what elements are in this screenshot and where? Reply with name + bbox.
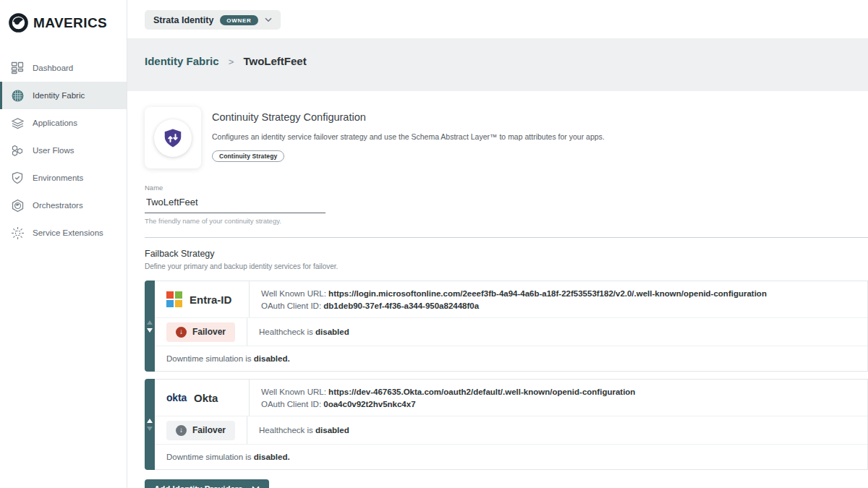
maverics-logo-icon — [9, 13, 28, 33]
healthcheck-value: disabled — [315, 426, 349, 435]
sidebar-item-dashboard[interactable]: Dashboard — [0, 54, 127, 82]
well-known-url-value: https://dev-467635.Okta.com/oauth2/defau… — [328, 388, 635, 396]
owner-role-badge: OWNER — [220, 15, 258, 25]
identity-provider-card: Entra-ID Well Known URL: https://login.m… — [145, 281, 868, 372]
oauth-client-id-line: OAuth Client ID: 0oa4c0v92t2hv5nkc4x7 — [261, 400, 856, 408]
downtime-prefix: Downtime simulation is — [166, 453, 254, 461]
sidebar-item-label: User Flows — [33, 146, 75, 155]
oauth-client-id-label: OAuth Client ID: — [261, 301, 321, 310]
dashboard-grid-icon — [10, 61, 25, 75]
breadcrumb-section-link[interactable]: Identity Fabric — [145, 55, 219, 67]
well-known-url-line: Well Known URL: https://dev-467635.Okta.… — [261, 388, 856, 396]
downtime-simulation-row: Downtime simulation is disabled. — [155, 346, 867, 371]
main-content: Continuity Strategy Configuration Config… — [127, 91, 868, 488]
provider-list: Entra-ID Well Known URL: https://login.m… — [145, 281, 868, 470]
downtime-value: disabled. — [254, 354, 290, 363]
sidebar-item-label: Orchestrators — [33, 201, 83, 210]
downtime-value: disabled. — [254, 453, 290, 461]
user-flows-hexagons-icon — [10, 143, 25, 158]
failback-strategy-subtitle: Define your primary and backup identity … — [145, 262, 868, 270]
name-field-helper: The friendly name of your continuity str… — [145, 217, 868, 225]
sidebar-item-user-flows[interactable]: User Flows — [0, 137, 127, 164]
provider-status-row: ↓ Failover Healthcheck is disabled — [155, 318, 867, 346]
provider-identity-row: okta Okta Well Known URL: https://dev-46… — [155, 380, 867, 416]
breadcrumb-separator: > — [229, 56, 234, 67]
sidebar-item-orchestrators[interactable]: Orchestrators — [0, 192, 127, 219]
name-field-block: Name The friendly name of your continuit… — [145, 184, 868, 225]
add-identity-providers-button[interactable]: Add Identity Providers — [145, 479, 269, 488]
failover-label: Failover — [192, 327, 226, 337]
strategy-header-texts: Continuity Strategy Configuration Config… — [212, 107, 605, 168]
strategy-icon-card — [145, 107, 201, 168]
failover-badge[interactable]: ↓ Failover — [166, 421, 235, 440]
well-known-url-label: Well Known URL: — [261, 289, 326, 298]
service-extensions-gear-icon — [10, 226, 25, 240]
provider-status-row: ↓ Failover Healthcheck is disabled — [155, 416, 867, 445]
okta-logo-wordmark: okta — [166, 392, 187, 403]
well-known-url-line: Well Known URL: https://login.microsofto… — [261, 289, 856, 298]
well-known-url-label: Well Known URL: — [261, 388, 326, 396]
name-field-label: Name — [145, 184, 868, 192]
breadcrumb-current: TwoLeftFeet — [243, 55, 306, 67]
strategy-header: Continuity Strategy Configuration Config… — [145, 107, 868, 168]
strategy-type-badge: Continuity Strategy — [212, 150, 284, 162]
org-switcher[interactable]: Strata Identity OWNER — [145, 10, 281, 30]
applications-layers-icon — [10, 116, 25, 130]
downtime-prefix: Downtime simulation is — [166, 354, 254, 363]
sidebar-item-label: Dashboard — [33, 64, 73, 72]
brand-logo: MAVERICS — [0, 0, 127, 54]
oauth-client-id-label: OAuth Client ID: — [261, 400, 321, 408]
provider-card-body: Entra-ID Well Known URL: https://login.m… — [155, 281, 868, 372]
page-title: Continuity Strategy Configuration — [212, 111, 605, 123]
reorder-handle[interactable] — [145, 379, 155, 470]
page-description: Configures an identity service failover … — [212, 132, 605, 141]
failover-wrap: ↓ Failover — [166, 318, 235, 346]
failover-wrap: ↓ Failover — [166, 416, 235, 444]
sidebar-item-environments[interactable]: Environments — [0, 164, 127, 192]
sidebar-item-label: Environments — [33, 174, 83, 182]
sidebar-item-service-extensions[interactable]: Service Extensions — [0, 219, 127, 247]
failover-arrow-icon: ↓ — [176, 327, 187, 338]
identity-fabric-globe-icon — [10, 88, 25, 103]
provider-details: Well Known URL: https://dev-467635.Okta.… — [249, 380, 867, 416]
sidebar-item-identity-fabric[interactable]: Identity Fabric — [0, 82, 127, 109]
brand-logo-text: MAVERICS — [33, 15, 107, 31]
reorder-handle[interactable] — [145, 281, 155, 372]
sidebar-item-label: Service Extensions — [33, 228, 103, 237]
move-up-icon[interactable] — [147, 320, 153, 325]
chevron-down-icon — [265, 17, 272, 22]
environments-shield-icon — [10, 171, 25, 185]
sidebar-item-label: Identity Fabric — [33, 91, 85, 100]
oauth-client-id-line: OAuth Client ID: db1deb90-37ef-4f36-a344… — [261, 301, 856, 310]
failback-strategy-title: Failback Strategy — [145, 249, 868, 259]
provider-identity-row: Entra-ID Well Known URL: https://login.m… — [155, 281, 867, 318]
healthcheck-prefix: Healthcheck is — [259, 328, 315, 336]
oauth-client-id-value: 0oa4c0v92t2hv5nkc4x7 — [323, 400, 415, 408]
move-down-icon[interactable] — [147, 328, 153, 333]
move-down-icon[interactable] — [147, 427, 153, 431]
sidebar: MAVERICS Dashboard — [0, 0, 127, 488]
provider-name: Entra-ID — [190, 294, 231, 306]
healthcheck-value: disabled — [315, 328, 349, 336]
identity-provider-card: okta Okta Well Known URL: https://dev-46… — [145, 379, 868, 470]
provider-logo-name: Entra-ID — [155, 281, 249, 317]
provider-card-body: okta Okta Well Known URL: https://dev-46… — [155, 379, 868, 470]
continuity-shield-icon — [154, 119, 192, 157]
add-identity-providers-label: Add Identity Providers — [154, 484, 243, 488]
provider-logo-name: okta Okta — [155, 380, 249, 416]
orchestrators-hexagon-icon — [10, 198, 25, 213]
move-up-icon[interactable] — [147, 419, 153, 423]
sidebar-nav: Dashboard Identity Fabric — [0, 54, 127, 247]
failover-arrow-icon: ↓ — [176, 425, 187, 436]
topbar: Strata Identity OWNER — [127, 0, 868, 38]
failover-badge[interactable]: ↓ Failover — [166, 322, 235, 342]
oauth-client-id-value: db1deb90-37ef-4f36-a344-950a82448f0a — [323, 301, 479, 310]
provider-details: Well Known URL: https://login.microsofto… — [249, 281, 867, 317]
microsoft-logo-icon — [166, 291, 182, 307]
healthcheck-prefix: Healthcheck is — [259, 426, 315, 435]
healthcheck-status: Healthcheck is disabled — [247, 416, 349, 444]
sidebar-item-applications[interactable]: Applications — [0, 109, 127, 137]
name-input[interactable] — [145, 192, 326, 213]
breadcrumb: Identity Fabric > TwoLeftFeet — [127, 38, 868, 67]
section-divider — [145, 237, 868, 238]
